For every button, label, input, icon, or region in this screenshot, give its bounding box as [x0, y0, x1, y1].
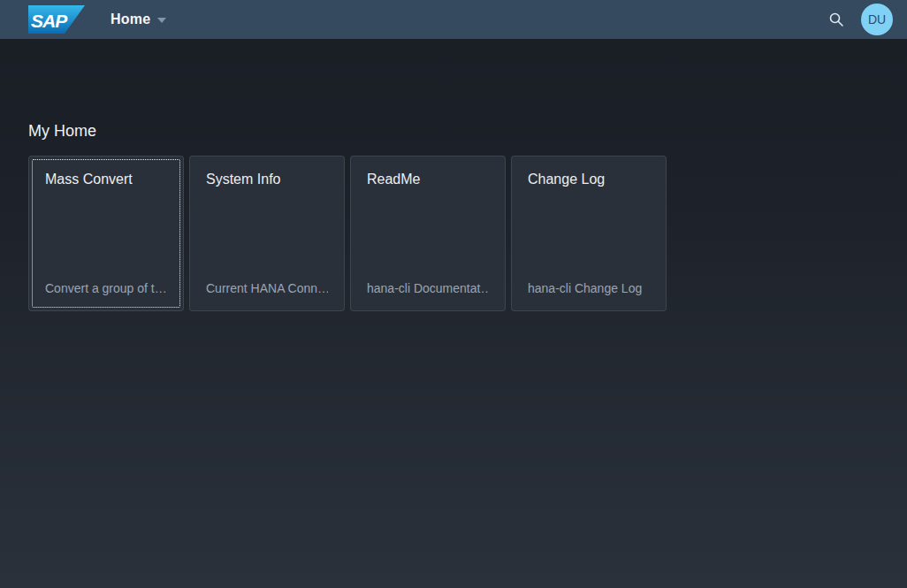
- tile-subtitle: Current HANA Conn…: [206, 281, 328, 296]
- tile-title: System Info: [206, 171, 328, 188]
- home-menu-button[interactable]: Home: [103, 6, 173, 33]
- chevron-down-icon: [157, 18, 166, 23]
- launchpad-content: My Home Mass Convert Convert a group of …: [0, 39, 907, 311]
- svg-text:SAP: SAP: [31, 11, 68, 31]
- shell-bar: SAP Home DU: [0, 0, 907, 39]
- tile-title: Change Log: [528, 171, 650, 188]
- section-title: My Home: [28, 122, 879, 141]
- search-icon: [828, 11, 844, 27]
- sap-logo-icon: SAP: [28, 5, 85, 34]
- user-avatar[interactable]: DU: [861, 4, 893, 35]
- tile-readme[interactable]: ReadMe hana-cli Documentat…: [350, 156, 506, 311]
- tile-change-log[interactable]: Change Log hana-cli Change Log: [511, 156, 667, 311]
- tile-title: ReadMe: [367, 171, 489, 188]
- user-avatar-initials: DU: [868, 12, 886, 27]
- home-menu-label: Home: [111, 11, 150, 27]
- tile-subtitle: hana-cli Documentat…: [367, 281, 489, 296]
- tile-subtitle: Convert a group of t…: [45, 281, 167, 296]
- tile-subtitle: hana-cli Change Log: [528, 281, 650, 296]
- tile-mass-convert[interactable]: Mass Convert Convert a group of t…: [28, 156, 184, 311]
- tile-group: Mass Convert Convert a group of t… Syste…: [28, 156, 879, 311]
- tile-system-info[interactable]: System Info Current HANA Conn…: [189, 156, 345, 311]
- tile-title: Mass Convert: [45, 171, 167, 188]
- sap-logo[interactable]: SAP: [28, 5, 85, 34]
- search-button[interactable]: [820, 4, 852, 35]
